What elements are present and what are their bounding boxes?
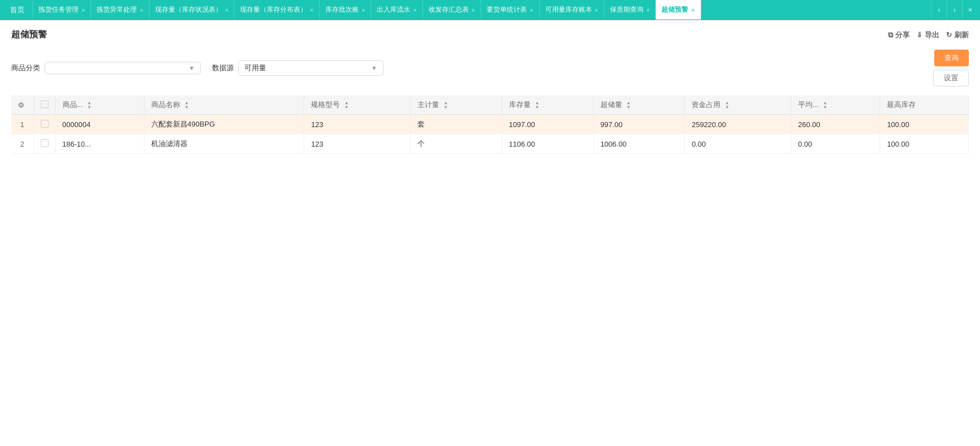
row-1-overstock: 997.00 bbox=[593, 115, 685, 134]
row-1-product-code: 0000004 bbox=[55, 115, 144, 134]
nav-arrows: ‹ › × bbox=[931, 0, 978, 20]
tab-10[interactable]: 保质期查询 × bbox=[604, 0, 656, 20]
row-1-unit: 套 bbox=[411, 115, 502, 134]
table-row: 2 186-10... 机油滤清器 123 个 1106.00 1006.00 … bbox=[11, 134, 969, 154]
tab-11[interactable]: 超储预警 × bbox=[656, 0, 700, 20]
settings-icon: ⚙ bbox=[18, 101, 25, 109]
page-content: 超储预警 ⧉ 分享 ⇓ 导出 ↻ 刷新 商品分类 ▼ 数据源 bbox=[0, 20, 980, 163]
sort-icon: ▲▼ bbox=[87, 101, 92, 110]
tab-8-close[interactable]: × bbox=[530, 7, 533, 13]
col-capital-header[interactable]: 资金占用 ▲▼ bbox=[685, 95, 791, 115]
nav-prev-button[interactable]: ‹ bbox=[931, 0, 947, 20]
row-2-avg: 0.00 bbox=[791, 134, 880, 154]
export-button[interactable]: ⇓ 导出 bbox=[916, 30, 939, 40]
row-2-product-code: 186-10... bbox=[55, 134, 144, 154]
query-button[interactable]: 查询 bbox=[934, 50, 969, 66]
row-2-spec: 123 bbox=[304, 134, 411, 154]
row-1-stock: 1097.00 bbox=[502, 115, 593, 134]
tab-1[interactable]: 拣货任务管理 × bbox=[33, 0, 91, 20]
settings-button[interactable]: 设置 bbox=[933, 70, 969, 86]
tab-4[interactable]: 现存量（库存分布表） × bbox=[234, 0, 319, 20]
tab-3[interactable]: 现存量（库存状况表） × bbox=[150, 0, 234, 20]
filter-row: 商品分类 ▼ 数据源 可用量 ▼ 查询 设置 bbox=[11, 50, 969, 86]
product-category-select[interactable]: ▼ bbox=[45, 62, 201, 74]
tab-5-close[interactable]: × bbox=[362, 7, 365, 13]
col-stock-header[interactable]: 库存量 ▲▼ bbox=[502, 95, 593, 115]
filter-product-category: 商品分类 ▼ bbox=[11, 62, 201, 74]
filter-data-source: 数据源 可用量 ▼ bbox=[212, 60, 383, 76]
chevron-down-icon: ▼ bbox=[189, 65, 195, 71]
sort-icon-7: ▲▼ bbox=[725, 101, 729, 110]
tab-1-close[interactable]: × bbox=[81, 7, 85, 13]
share-button[interactable]: ⧉ 分享 bbox=[888, 30, 910, 40]
sort-icon-8: ▲▼ bbox=[823, 101, 827, 110]
tab-2[interactable]: 拣货异常处理 × bbox=[91, 0, 149, 20]
tab-6-close[interactable]: × bbox=[413, 7, 416, 13]
col-settings-header[interactable]: ⚙ bbox=[11, 95, 33, 115]
row-2-stock: 1106.00 bbox=[502, 134, 593, 154]
tab-11-close[interactable]: × bbox=[691, 7, 694, 13]
data-source-value: 可用量 bbox=[244, 63, 266, 73]
tab-7[interactable]: 收发存汇总表 × bbox=[423, 0, 481, 20]
table-header-row: ⚙ 商品... ▲▼ 商品名称 ▲▼ 规格型号 ▲▼ 主计 bbox=[11, 95, 969, 115]
tab-8[interactable]: 要货单统计表 × bbox=[481, 0, 539, 20]
page-header: 超储预警 ⧉ 分享 ⇓ 导出 ↻ 刷新 bbox=[11, 29, 969, 41]
row-1-num: 1 bbox=[11, 115, 33, 134]
tab-2-close[interactable]: × bbox=[140, 7, 143, 13]
col-overstock-header[interactable]: 超储量 ▲▼ bbox=[593, 95, 685, 115]
share-icon: ⧉ bbox=[888, 31, 893, 40]
row-1-product-name: 六配套新昌490BPG bbox=[144, 115, 304, 134]
data-source-label: 数据源 bbox=[212, 63, 234, 73]
row-2-overstock: 1006.00 bbox=[593, 134, 685, 154]
tab-7-close[interactable]: × bbox=[472, 7, 475, 13]
col-checkbox-header[interactable] bbox=[33, 95, 55, 115]
data-table: ⚙ 商品... ▲▼ 商品名称 ▲▼ 规格型号 ▲▼ 主计 bbox=[11, 95, 969, 154]
row-2-num: 2 bbox=[11, 134, 33, 154]
row-1-checkbox-cell bbox=[33, 115, 55, 134]
sort-icon-3: ▲▼ bbox=[344, 101, 349, 110]
col-unit-header[interactable]: 主计量 ▲▼ bbox=[411, 95, 502, 115]
row-2-capital: 0.00 bbox=[685, 134, 791, 154]
table-row: 1 0000004 六配套新昌490BPG 123 套 1097.00 997.… bbox=[11, 115, 969, 134]
row-1-capital: 259220.00 bbox=[685, 115, 791, 134]
tab-10-close[interactable]: × bbox=[646, 7, 650, 13]
nav-home[interactable]: 首页 bbox=[2, 0, 33, 20]
tab-4-close[interactable]: × bbox=[310, 7, 313, 13]
product-category-label: 商品分类 bbox=[11, 63, 40, 73]
row-2-checkbox-cell bbox=[33, 134, 55, 154]
page-actions: ⧉ 分享 ⇓ 导出 ↻ 刷新 bbox=[888, 30, 969, 40]
tab-3-close[interactable]: × bbox=[225, 7, 228, 13]
sort-icon-2: ▲▼ bbox=[184, 101, 189, 110]
sort-icon-6: ▲▼ bbox=[626, 101, 631, 110]
data-source-select[interactable]: 可用量 ▼ bbox=[238, 60, 383, 76]
row-1-spec: 123 bbox=[304, 115, 411, 134]
col-product-code-header[interactable]: 商品... ▲▼ bbox=[55, 95, 144, 115]
row-2-max-stock: 100.00 bbox=[880, 134, 969, 154]
refresh-button[interactable]: ↻ 刷新 bbox=[946, 30, 969, 40]
tab-9[interactable]: 可用量库存账本 × bbox=[540, 0, 604, 20]
tab-6[interactable]: 出入库流水 × bbox=[371, 0, 422, 20]
export-icon: ⇓ bbox=[916, 31, 923, 39]
col-max-stock-header[interactable]: 最高库存 bbox=[880, 95, 969, 115]
sort-icon-4: ▲▼ bbox=[444, 101, 448, 110]
page-title: 超储预警 bbox=[11, 29, 47, 41]
col-avg-header[interactable]: 平均... ▲▼ bbox=[791, 95, 880, 115]
col-product-name-header[interactable]: 商品名称 ▲▼ bbox=[144, 95, 304, 115]
row-2-unit: 个 bbox=[411, 134, 502, 154]
top-nav: 首页 拣货任务管理 × 拣货异常处理 × 现存量（库存状况表） × 现存量（库存… bbox=[0, 0, 980, 20]
nav-next-button[interactable]: › bbox=[947, 0, 962, 20]
row-2-checkbox[interactable] bbox=[41, 139, 49, 147]
row-1-max-stock: 100.00 bbox=[880, 115, 969, 134]
chevron-down-icon-2: ▼ bbox=[371, 65, 377, 71]
header-checkbox[interactable] bbox=[41, 100, 49, 108]
nav-close-button[interactable]: × bbox=[962, 0, 978, 20]
tab-9-close[interactable]: × bbox=[595, 7, 598, 13]
row-1-avg: 260.00 bbox=[791, 115, 880, 134]
refresh-icon: ↻ bbox=[946, 31, 952, 39]
row-1-checkbox[interactable] bbox=[41, 120, 49, 128]
sort-icon-5: ▲▼ bbox=[535, 101, 539, 110]
col-spec-header[interactable]: 规格型号 ▲▼ bbox=[304, 95, 411, 115]
tab-5[interactable]: 库存批次账 × bbox=[320, 0, 371, 20]
filter-buttons: 查询 设置 bbox=[933, 50, 969, 86]
row-2-product-name: 机油滤清器 bbox=[144, 134, 304, 154]
